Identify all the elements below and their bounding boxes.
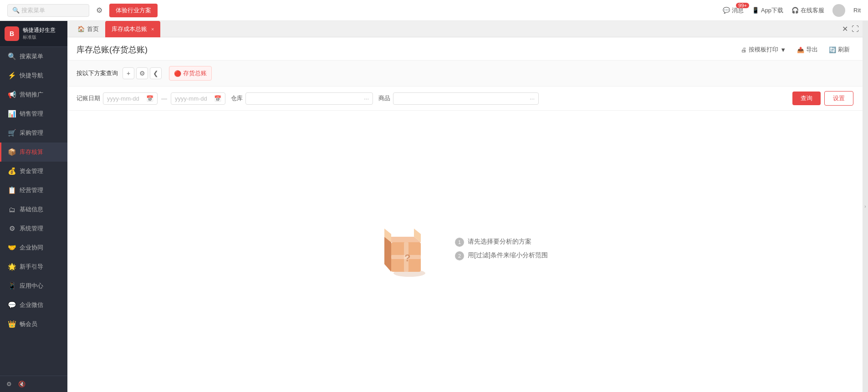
tab-close-panel-btn[interactable]: ✕ bbox=[842, 25, 848, 33]
goods-filter-group: 商品 ··· bbox=[378, 92, 539, 105]
print-btn[interactable]: 🖨 按模板打印 ▼ bbox=[737, 44, 790, 56]
topbar-search[interactable]: 🔍 搜索菜单 bbox=[7, 4, 89, 17]
tab-home-label: 首页 bbox=[87, 25, 99, 33]
tab-right-controls: ✕ ⛶ bbox=[842, 25, 859, 33]
tab-active-label: 库存成本总账 bbox=[112, 25, 147, 33]
finance-icon: 💰 bbox=[8, 167, 16, 175]
filter-section-label: 按以下方案查询 bbox=[77, 69, 118, 77]
main-layout: B 畅捷通好生意 标准版 🔍 搜索菜单 ⚡ 快捷导航 📢 营销推广 📊 销售管理… bbox=[0, 21, 868, 392]
warehouse-filter-group: 仓库 ··· bbox=[231, 92, 373, 105]
sidebar-item-sales[interactable]: 📊 销售管理 bbox=[0, 104, 67, 123]
calendar-start-icon[interactable]: 📅 bbox=[146, 95, 153, 102]
sidebar-item-member[interactable]: 👑 畅会员 bbox=[0, 315, 67, 334]
message-btn[interactable]: 💬 消息 99+ bbox=[723, 6, 744, 15]
svg-marker-2 bbox=[384, 237, 391, 272]
print-icon: 🖨 bbox=[741, 46, 747, 53]
warehouse-input[interactable]: ··· bbox=[245, 92, 373, 105]
refresh-icon: 🔄 bbox=[829, 46, 836, 53]
goods-input[interactable]: ··· bbox=[393, 92, 539, 105]
sidebar-item-basic[interactable]: 🗂 基础信息 bbox=[0, 200, 67, 219]
content-area: 🏠 首页 库存成本总账 × ✕ ⛶ 库存总账(存货总账) 🖨 按模板打印 bbox=[67, 21, 863, 392]
sidebar-item-label: 营销推广 bbox=[20, 91, 43, 99]
basic-icon: 🗂 bbox=[8, 206, 16, 214]
system-icon: ⚙ bbox=[8, 224, 16, 233]
hint-num-1: 1 bbox=[455, 238, 464, 247]
sidebar-item-finance[interactable]: 💰 资金管理 bbox=[0, 162, 67, 181]
sidebar-item-quick-nav[interactable]: ⚡ 快捷导航 bbox=[0, 66, 67, 85]
warehouse-label: 仓库 bbox=[231, 94, 243, 102]
filter-add-btn[interactable]: + bbox=[123, 67, 134, 79]
date-filter-group: 记账日期 yyyy-mm-dd 📅 — yyyy-mm-dd 📅 bbox=[77, 92, 225, 105]
sidebar-item-apps[interactable]: 📱 应用中心 bbox=[0, 276, 67, 295]
user-avatar[interactable] bbox=[832, 4, 845, 17]
marketing-icon: 📢 bbox=[8, 91, 16, 99]
export-btn[interactable]: 📤 导出 bbox=[793, 44, 822, 56]
tab-inventory-ledger[interactable]: 库存成本总账 × bbox=[105, 21, 160, 37]
bottom-audio-icon[interactable]: 🔇 bbox=[18, 381, 26, 387]
message-badge: 99+ bbox=[736, 3, 749, 8]
sidebar-item-inventory[interactable]: 📦 库存核算 bbox=[0, 143, 67, 162]
hint-text-1: 请先选择要分析的方案 bbox=[468, 238, 531, 246]
topbar-gear-icon[interactable]: ⚙ bbox=[93, 4, 106, 17]
user-name-label: Rit bbox=[853, 7, 861, 14]
apps-icon: 📱 bbox=[8, 282, 16, 290]
export-icon: 📤 bbox=[797, 46, 804, 53]
sidebar-item-label: 销售管理 bbox=[20, 110, 43, 118]
date-start-input[interactable]: yyyy-mm-dd 📅 bbox=[103, 92, 158, 105]
filter-settings-btn[interactable]: ⚙ bbox=[136, 67, 148, 79]
message-icon: 💬 bbox=[723, 7, 730, 14]
industry-btn[interactable]: 体验行业方案 bbox=[109, 4, 158, 17]
tab-expand-icon[interactable]: ⛶ bbox=[852, 25, 859, 33]
settings-btn[interactable]: 设置 bbox=[824, 91, 853, 106]
filter-buttons: 查询 设置 bbox=[792, 91, 853, 106]
filter-scheme-item[interactable]: 🔴 存货总账 bbox=[169, 66, 212, 81]
member-icon: 👑 bbox=[8, 320, 16, 328]
hint-num-2: 2 bbox=[455, 251, 464, 260]
warehouse-more-icon: ··· bbox=[364, 95, 369, 102]
date-separator: — bbox=[161, 95, 167, 102]
logo-text-area: 畅捷通好生意 标准版 bbox=[23, 27, 56, 41]
print-label: 按模板打印 bbox=[749, 46, 778, 54]
sidebar: B 畅捷通好生意 标准版 🔍 搜索菜单 ⚡ 快捷导航 📢 营销推广 📊 销售管理… bbox=[0, 21, 67, 392]
right-panel-handle[interactable]: › bbox=[863, 21, 868, 392]
sidebar-item-label: 系统管理 bbox=[20, 224, 43, 233]
sidebar-item-label: 企业微信 bbox=[20, 301, 43, 309]
sidebar-item-newbie[interactable]: 🌟 新手引导 bbox=[0, 257, 67, 276]
wechat-icon: 💬 bbox=[8, 301, 16, 309]
logo-text: 畅捷通好生意 bbox=[23, 27, 56, 34]
sidebar-item-marketing[interactable]: 📢 营销推广 bbox=[0, 85, 67, 104]
sidebar-item-operation[interactable]: 📋 经营管理 bbox=[0, 181, 67, 200]
tab-close-btn[interactable]: × bbox=[151, 26, 154, 32]
filter-collapse-btn[interactable]: ❮ bbox=[150, 67, 162, 79]
empty-state: ? 1 请先选择要分析的方案 2 用[过滤]条件来缩小分析范围 bbox=[67, 111, 863, 392]
sidebar-bottom: ⚙ 🔇 bbox=[0, 376, 67, 392]
empty-illustration: ? bbox=[382, 224, 437, 279]
newbie-icon: 🌟 bbox=[8, 263, 16, 271]
filter-row: 记账日期 yyyy-mm-dd 📅 — yyyy-mm-dd 📅 仓库 bbox=[67, 87, 863, 111]
tab-home[interactable]: 🏠 首页 bbox=[71, 21, 105, 37]
date-end-input[interactable]: yyyy-mm-dd 📅 bbox=[171, 92, 225, 105]
online-service-btn[interactable]: 🎧 在线客服 bbox=[791, 6, 824, 15]
sidebar-logo: B 畅捷通好生意 标准版 bbox=[0, 21, 67, 47]
topbar: 🔍 搜索菜单 ⚙ 体验行业方案 💬 消息 99+ 📱 App下载 🎧 在线客服 … bbox=[0, 0, 868, 21]
sidebar-item-label: 经营管理 bbox=[20, 186, 43, 194]
sidebar-item-label: 企业协同 bbox=[20, 244, 43, 252]
sidebar-item-label: 应用中心 bbox=[20, 282, 43, 290]
sidebar-item-enterprise[interactable]: 🤝 企业协同 bbox=[0, 238, 67, 257]
query-btn[interactable]: 查询 bbox=[792, 92, 821, 105]
search-icon: 🔍 bbox=[12, 7, 20, 14]
sidebar-item-label: 新手引导 bbox=[20, 263, 43, 271]
calendar-end-icon[interactable]: 📅 bbox=[214, 95, 221, 102]
sidebar-item-label: 畅会员 bbox=[20, 320, 37, 328]
enterprise-icon: 🤝 bbox=[8, 244, 16, 252]
sidebar-item-purchase[interactable]: 🛒 采购管理 bbox=[0, 123, 67, 143]
bottom-settings-icon[interactable]: ⚙ bbox=[6, 381, 12, 387]
date-end-text: yyyy-mm-dd bbox=[175, 95, 207, 102]
sidebar-item-wechat[interactable]: 💬 企业微信 bbox=[0, 295, 67, 315]
refresh-btn[interactable]: 🔄 刷新 bbox=[825, 44, 853, 56]
date-start-text: yyyy-mm-dd bbox=[107, 95, 139, 102]
app-download-btn[interactable]: 📱 App下载 bbox=[752, 6, 783, 15]
sidebar-item-system[interactable]: ⚙ 系统管理 bbox=[0, 219, 67, 238]
sidebar-item-search[interactable]: 🔍 搜索菜单 bbox=[0, 47, 67, 66]
date-label: 记账日期 bbox=[77, 94, 100, 102]
